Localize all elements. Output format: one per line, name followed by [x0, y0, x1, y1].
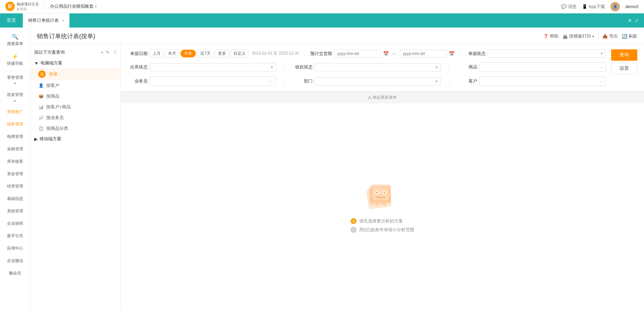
tree-item-by-salesperson[interactable]: 📈 按业务员 [30, 112, 120, 123]
export-label: 导出 [609, 33, 618, 39]
sidebar-item-appcenter[interactable]: 应用中心 [0, 242, 30, 255]
date-btn-more[interactable]: 更多 [215, 50, 229, 57]
help-btn[interactable]: ❓ 帮助 [543, 33, 558, 39]
date-from-input[interactable] [334, 50, 381, 58]
page-header: 销售订单统计表(按单) ❓ 帮助 🖨️ 按模板打印 ▾ 📤 导出 🔄 刷新 [30, 28, 644, 44]
sidebar-item-corp[interactable]: 企业协同 [0, 217, 30, 230]
tree-section-mobile: ▶ 移动端方案 [30, 134, 120, 144]
right-content: 单据日期 上月 本月 本年 近7天 更多 自定义 [121, 44, 644, 310]
sidebar-item-inventory[interactable]: 库存核算 [0, 155, 30, 168]
date-btn-thisyear[interactable]: 本年 [180, 50, 196, 57]
goods-label: 商品 [457, 64, 477, 70]
sidebar-corpwechat-label: 企业微信 [7, 258, 23, 264]
sidebar-marketing-label: 营销推广 [7, 109, 23, 115]
sidebar: 🔍 搜索菜单 ⚡ 快捷导航 零售管理 ▼ 批发管理 ▲ 营销推广 销售管理 电商… [0, 28, 30, 310]
customer-more-icon[interactable]: ··· [599, 79, 603, 84]
tree-item-by-order[interactable]: 按 按单 [30, 68, 120, 80]
sidebar-item-retail[interactable]: 零售管理 ▼ [0, 71, 30, 89]
tree-item-by-product[interactable]: 📦 按商品 [30, 91, 120, 102]
sidebar-item-corpwechat[interactable]: 企业微信 [0, 255, 30, 267]
date-to-input[interactable] [400, 50, 447, 58]
tree-item-by-cust-prod[interactable]: 📊 按客户+商品 [30, 102, 120, 112]
sidebar-search-label: 搜索菜单 [7, 41, 23, 47]
refresh-btn[interactable]: 🔄 刷新 [622, 33, 637, 39]
date-btn-thismonth[interactable]: 本月 [165, 50, 179, 57]
sidebar-item-quicknav[interactable]: ⚡ 快捷导航 [0, 50, 30, 70]
sidebar-item-system[interactable]: 系统管理 [0, 205, 30, 217]
customer-select[interactable]: ··· [479, 76, 606, 86]
tree-item-by-category[interactable]: 📋 按商品分类 [30, 123, 120, 134]
print-label: 按模板打印 [569, 33, 591, 39]
category-icon: 📋 [38, 126, 44, 131]
sidebar-item-member[interactable]: 畅会员 [0, 267, 30, 279]
top-bar-title[interactable]: 办公用品行业模拟账套 ▾ [50, 3, 97, 9]
edit-scheme-btn[interactable]: ✎ [106, 50, 110, 55]
tab-close-btn[interactable]: × [62, 18, 64, 22]
app-download-btn[interactable]: 📱 App下载 [582, 4, 605, 10]
export-btn[interactable]: 📤 导出 [602, 33, 618, 39]
sidebar-sales-label: 销售管理 [7, 121, 23, 127]
sidebar-corp-label: 企业协同 [7, 221, 23, 226]
calendar-from-icon[interactable]: 📅 [383, 51, 389, 56]
tree-group-mobile[interactable]: ▶ 移动端方案 [30, 134, 120, 144]
date-btn-7days[interactable]: 近7天 [197, 50, 214, 57]
collapse-bar[interactable]: ⋀ 收起更多条件 [121, 92, 644, 103]
svg-point-7 [383, 192, 385, 194]
dept-arrow-icon: ▾ [436, 79, 438, 84]
status-select[interactable]: ▾ [488, 49, 606, 58]
cust-prod-icon: 📊 [38, 104, 44, 110]
sidebar-item-finance[interactable]: 资金管理 [0, 168, 30, 180]
goods-select[interactable]: ··· [479, 62, 606, 72]
filter-v-divider [305, 50, 305, 57]
out-status-select[interactable]: ▾ [150, 63, 276, 71]
tab-active-label: 销售订单统计表 [28, 17, 59, 23]
tab-expand-icon[interactable]: ⤢ [635, 18, 639, 23]
tab-close-window-icon[interactable]: ✕ [628, 18, 632, 23]
sidebar-item-marketing[interactable]: 营销推广 [0, 106, 30, 118]
sidebar-item-wholesale[interactable]: 批发管理 ▲ [0, 89, 30, 106]
sidebar-item-newuser[interactable]: 新手引导 [0, 230, 30, 242]
salesperson-select[interactable]: ··· [150, 76, 276, 86]
goods-group: 商品 ··· [457, 62, 606, 72]
company-dropdown-icon[interactable]: ▾ [95, 4, 97, 9]
sidebar-item-ecommerce[interactable]: 电商管理 [0, 131, 30, 143]
message-btn[interactable]: 💬 消息 [561, 4, 577, 10]
calendar-to-icon[interactable]: 📅 [449, 51, 454, 56]
collapse-panel-btn[interactable]: 《 [112, 49, 116, 55]
sidebar-newuser-label: 新手引导 [7, 233, 23, 239]
add-scheme-btn[interactable]: + [101, 50, 104, 55]
sidebar-wholesale-label: 批发管理 [7, 92, 23, 98]
filter-main-row: 单据日期 上月 本月 本年 近7天 更多 自定义 [127, 49, 637, 86]
query-btn[interactable]: 查询 [611, 49, 637, 61]
logo-area: 好 畅捷通好生意 标准版 [5, 2, 39, 11]
sidebar-item-sales[interactable]: 销售管理 [0, 118, 30, 131]
print-btn[interactable]: 🖨️ 按模板打印 ▾ [562, 33, 598, 39]
page-actions: ❓ 帮助 🖨️ 按模板打印 ▾ 📤 导出 🔄 刷新 [543, 33, 637, 39]
date-btn-custom[interactable]: 自定义 [230, 50, 249, 57]
username[interactable]: demo2 [625, 4, 639, 9]
search-icon: 🔍 [12, 34, 18, 40]
sidebar-item-purchase[interactable]: 采购管理 [0, 143, 30, 155]
tree-item-by-product-label: 按商品 [46, 93, 59, 99]
sidebar-divider-1 [3, 70, 27, 71]
tree-item-by-customer[interactable]: 👤 按客户 [30, 80, 120, 91]
date-btn-lastmonth[interactable]: 上月 [150, 50, 164, 57]
goods-more-icon[interactable]: ··· [599, 64, 603, 70]
filter-fields: 单据日期 上月 本月 本年 近7天 更多 自定义 [127, 49, 606, 86]
tree-item-by-category-label: 按商品分类 [46, 125, 68, 132]
sidebar-item-search[interactable]: 🔍 搜索菜单 [0, 30, 30, 50]
sidebar-item-basic[interactable]: 基础信息 [0, 193, 30, 205]
tree-group-pc[interactable]: ▼ 电脑端方案 [30, 58, 120, 68]
tab-home[interactable]: 首页 [0, 13, 23, 28]
sidebar-ops-label: 经营管理 [7, 184, 23, 189]
avatar-img: 👤 [613, 5, 617, 8]
pay-status-select[interactable]: ▾ [315, 63, 441, 71]
settings-btn[interactable]: 设置 [611, 63, 637, 74]
svg-rect-9 [376, 200, 378, 207]
salesperson-more-icon[interactable]: ··· [269, 79, 273, 84]
tree-group-pc-arrow: ▼ [34, 61, 39, 66]
tab-active[interactable]: 销售订单统计表 × [23, 13, 69, 28]
sidebar-item-ops[interactable]: 经营管理 [0, 180, 30, 193]
avatar[interactable]: 👤 [610, 2, 620, 11]
dept-select[interactable]: ▾ [315, 77, 441, 86]
